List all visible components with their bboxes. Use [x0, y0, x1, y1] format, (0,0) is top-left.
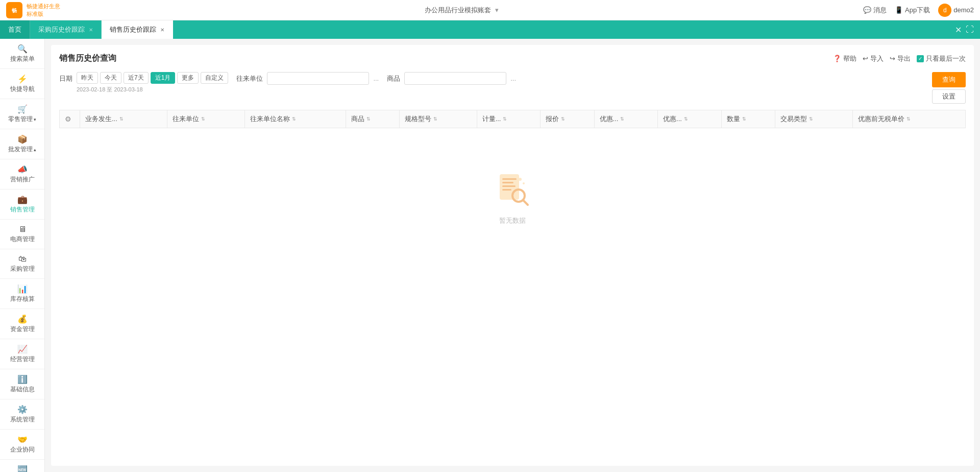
- page-card: 销售历史价查询 ❓ 帮助 ↩ 导入 ↪ 导出: [51, 45, 974, 466]
- date-buttons: 昨天 今天 近7天 近1月 更多 自定义 2023-02-18 至 2023-0…: [77, 72, 228, 93]
- import-btn[interactable]: ↩ 导入: [863, 54, 884, 63]
- import-icon: ↩: [863, 55, 868, 62]
- tab-sales-history[interactable]: 销售历史价跟踪 ✕: [102, 20, 173, 39]
- page-actions: ❓ 帮助 ↩ 导入 ↪ 导出 ✓ 只看最后一次: [833, 54, 966, 63]
- filter-row: 日期 昨天 今天 近7天 近1月 更多 自定义 2023-02-18 至 202…: [59, 72, 966, 104]
- tab-home[interactable]: 首页: [0, 20, 30, 39]
- sidebar-item-new-guide[interactable]: 🆕 新手引导: [0, 460, 44, 472]
- date-btn-7days[interactable]: 近7天: [124, 72, 149, 84]
- svg-rect-5: [502, 185, 516, 187]
- sidebar-item-ecommerce[interactable]: 🖥 电商管理: [0, 220, 44, 249]
- th-quantity: 数量 ⇅: [721, 110, 775, 128]
- date-btn-yesterday[interactable]: 昨天: [77, 72, 98, 84]
- sidebar-item-search[interactable]: 🔍 搜索菜单: [0, 39, 44, 69]
- phone-icon: 📱: [895, 6, 903, 14]
- app-logo-icon: 畅: [6, 2, 22, 18]
- from-unit-input[interactable]: [267, 72, 369, 85]
- table-header-row: ⚙ 业务发生... ⇅ 往来单位: [60, 110, 966, 128]
- date-btn-today[interactable]: 今天: [100, 72, 121, 84]
- only-last-checkbox-label[interactable]: ✓ 只看最后一次: [917, 54, 966, 63]
- th-unit-code-sort-icon[interactable]: ⇅: [201, 116, 205, 122]
- th-spec-label: 规格型号: [405, 114, 431, 124]
- th-goods: 商品 ⇅: [346, 110, 399, 128]
- sidebar-item-retail[interactable]: 🛒 零售管理 ▾: [0, 99, 44, 129]
- th-biz-date: 业务发生... ⇅: [80, 110, 167, 128]
- system-icon: ⚙️: [17, 405, 28, 414]
- th-discount1-sort-icon[interactable]: ⇅: [620, 116, 624, 122]
- th-unit-name-sort-icon[interactable]: ⇅: [292, 116, 296, 122]
- th-quantity-sort-icon[interactable]: ⇅: [742, 116, 746, 122]
- app-download-btn[interactable]: 📱 App下载: [895, 6, 930, 15]
- th-goods-label: 商品: [351, 114, 364, 124]
- marketing-icon: 📣: [17, 164, 28, 174]
- th-discount1: 优惠... ⇅: [594, 110, 658, 128]
- empty-text: 暂无数据: [499, 216, 526, 225]
- goods-dots-btn[interactable]: ...: [510, 75, 516, 82]
- goods-input-group: ...: [404, 72, 516, 85]
- new-guide-icon: 🆕: [17, 465, 28, 472]
- page-title-row: 销售历史价查询 ❓ 帮助 ↩ 导入 ↪ 导出: [59, 53, 966, 64]
- sidebar-item-operations[interactable]: 📈 经营管理: [0, 339, 44, 369]
- th-spec-sort-icon[interactable]: ⇅: [433, 116, 437, 122]
- svg-rect-6: [502, 189, 511, 191]
- sidebar-item-enterprise-coop[interactable]: 🤝 企业协同: [0, 430, 44, 460]
- sidebar-item-sales-mgmt[interactable]: 💼 销售管理: [0, 190, 44, 220]
- export-btn[interactable]: ↪ 导出: [890, 54, 911, 63]
- th-unit: 计量... ⇅: [477, 110, 541, 128]
- operations-icon: 📈: [17, 344, 28, 354]
- logo-area: 畅 畅捷通好生意 标准版: [6, 2, 60, 18]
- sidebar-item-inventory[interactable]: 📊 库存核算: [0, 279, 44, 309]
- th-price-sort-icon[interactable]: ⇅: [561, 116, 565, 122]
- th-unit-sort-icon[interactable]: ⇅: [503, 116, 507, 122]
- settings-button[interactable]: 设置: [932, 89, 966, 104]
- tab-purchase-history[interactable]: 采购历史价跟踪 ✕: [30, 20, 102, 39]
- th-biz-date-label: 业务发生...: [85, 114, 117, 124]
- from-unit-filter-group: 往来单位 ...: [236, 72, 379, 85]
- tab-sales-history-label: 销售历史价跟踪: [110, 25, 156, 34]
- query-button[interactable]: 查询: [932, 72, 966, 87]
- dropdown-arrow-icon[interactable]: ▾: [495, 6, 499, 14]
- date-btn-more[interactable]: 更多: [177, 72, 199, 84]
- sidebar-item-purchase[interactable]: 🛍 采购管理: [0, 249, 44, 279]
- th-biz-date-sort-icon[interactable]: ⇅: [119, 116, 124, 122]
- date-range-text: 2023-02-18 至 2023-03-18: [77, 86, 228, 93]
- sidebar-item-marketing[interactable]: 📣 营销推广: [0, 159, 44, 190]
- sidebar-item-system[interactable]: ⚙️ 系统管理: [0, 399, 44, 430]
- table-settings-gear-icon[interactable]: ⚙: [65, 115, 71, 123]
- date-btn-1month[interactable]: 近1月: [151, 72, 176, 84]
- main-layout: 🔍 搜索菜单 ⚡ 快捷导航 🛒 零售管理 ▾ 📦 批发管理 ▴ 📣 营销推广: [0, 39, 980, 472]
- page-title: 销售历史价查询: [59, 53, 116, 64]
- tab-sales-close-icon[interactable]: ✕: [160, 27, 164, 33]
- th-discount2-label: 优惠...: [663, 114, 682, 124]
- tab-purchase-close-icon[interactable]: ✕: [89, 27, 93, 33]
- th-unit-label: 计量...: [482, 114, 501, 124]
- tab-close-all-icon[interactable]: ✕: [955, 25, 962, 35]
- th-quantity-label: 数量: [727, 114, 740, 124]
- help-btn[interactable]: ❓ 帮助: [833, 54, 856, 63]
- th-goods-sort-icon[interactable]: ⇅: [366, 116, 371, 122]
- th-pretax-price-sort-icon[interactable]: ⇅: [906, 116, 911, 122]
- th-spec: 规格型号 ⇅: [399, 110, 477, 128]
- from-unit-dots-btn[interactable]: ...: [373, 75, 379, 82]
- tab-fullscreen-icon[interactable]: ⛶: [966, 25, 974, 34]
- svg-point-10: [523, 182, 525, 184]
- sidebar-item-finance[interactable]: 💰 资金管理: [0, 309, 44, 339]
- svg-rect-4: [502, 182, 513, 183]
- th-trade-type-sort-icon[interactable]: ⇅: [809, 116, 813, 122]
- company-name: 办公用品行业模拟账套: [425, 6, 491, 15]
- tab-bar: 首页 采购历史价跟踪 ✕ 销售历史价跟踪 ✕ ✕ ⛶: [0, 20, 980, 39]
- svg-line-8: [523, 200, 528, 205]
- sidebar-item-wholesale[interactable]: 📦 批发管理 ▴: [0, 129, 44, 159]
- th-discount2-sort-icon[interactable]: ⇅: [684, 116, 688, 122]
- quicknav-icon: ⚡: [17, 74, 28, 84]
- goods-label: 商品: [387, 72, 400, 83]
- goods-input[interactable]: [404, 72, 506, 85]
- message-btn[interactable]: 💬 消息: [863, 6, 887, 15]
- empty-state: 暂无数据: [59, 128, 966, 266]
- only-last-checkbox[interactable]: ✓: [917, 55, 924, 62]
- sidebar-item-basic-info[interactable]: ℹ️ 基础信息: [0, 369, 44, 399]
- sidebar-item-quick-nav[interactable]: ⚡ 快捷导航: [0, 69, 44, 99]
- date-btn-custom[interactable]: 自定义: [201, 72, 228, 84]
- th-price: 报价 ⇅: [541, 110, 594, 128]
- user-menu[interactable]: d demo2: [938, 4, 974, 17]
